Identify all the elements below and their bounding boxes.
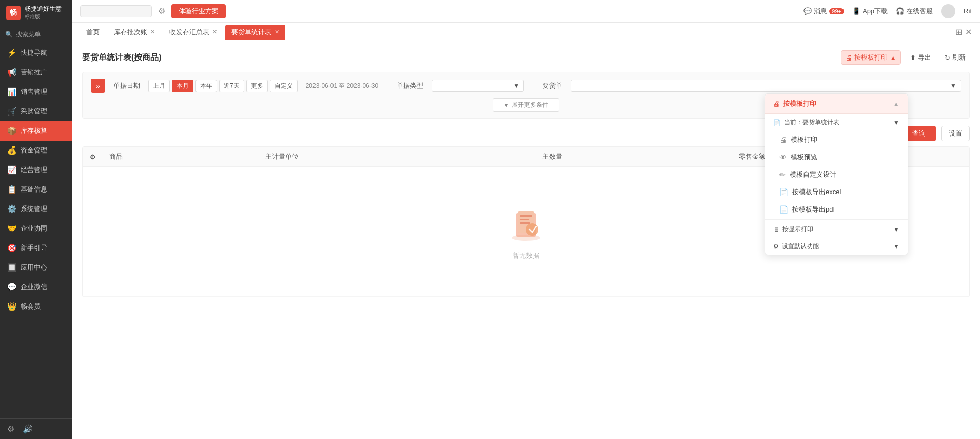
filter-order-type: ▼ (432, 80, 524, 92)
sidebar-item-purchase[interactable]: 🛒 采购管理 (0, 102, 72, 121)
page-actions: 🖨 按模板打印 ▲ ⬆ 导出 ↻ 刷新 (841, 50, 970, 65)
dropdown-item-export-pdf[interactable]: 📄 按模板导出pdf (765, 201, 908, 218)
dropdown-set-default-section[interactable]: ⚙ 设置默认功能 ▼ (765, 238, 908, 255)
svg-point-6 (526, 223, 538, 236)
dropdown-item-template-print[interactable]: 🖨 模板打印 (765, 131, 908, 148)
th-unit: 主计量单位 (259, 147, 536, 167)
member-icon: 👑 (7, 302, 16, 311)
page-header: 要货单统计表(按商品) 🖨 按模板打印 ▲ ⬆ 导出 ↻ 刷新 (82, 50, 970, 65)
sidebar-item-guide[interactable]: 🎯 新手引导 (0, 238, 72, 258)
date-btn-custom[interactable]: 自定义 (270, 80, 298, 92)
sidebar-item-member[interactable]: 👑 畅会员 (0, 297, 72, 316)
dropdown-chevron-up-icon[interactable]: ▲ (893, 100, 899, 108)
filter-row-1: » 单据日期 上月 本月 本年 近7天 更多 自定义 2023-06-01 至 … (91, 79, 961, 93)
sidebar-item-quick-nav[interactable]: ⚡ 快捷导航 (0, 43, 72, 63)
display-print-chevron-icon: ▼ (893, 226, 899, 233)
apps-icon: 🔲 (7, 263, 16, 272)
dropdown-item-export-excel[interactable]: 📄 按模板导出excel (765, 183, 908, 201)
tab-order-stats[interactable]: 要货单统计表 ✕ (225, 25, 285, 40)
sales-icon: 📊 (7, 87, 16, 97)
date-btn-7days[interactable]: 近7天 (219, 80, 244, 92)
sidebar-item-collab[interactable]: 🤝 企业协同 (0, 219, 72, 238)
tab-batch-account-close[interactable]: ✕ (150, 29, 155, 35)
sidebar-item-operation[interactable]: 📈 经营管理 (0, 160, 72, 180)
current-section-icon: 📄 (773, 119, 781, 126)
print-btn[interactable]: 🖨 按模板打印 ▲ (841, 50, 901, 65)
system-icon: ⚙️ (7, 204, 16, 214)
sidebar-nav: ⚡ 快捷导航 📢 营销推广 📊 销售管理 🛒 采购管理 📦 库存核算 💰 资金管… (0, 43, 72, 418)
speaker-bottom-icon[interactable]: 🔊 (23, 424, 33, 434)
dropdown-item-template-preview[interactable]: 👁 模板预览 (765, 148, 908, 166)
topbar-search-input[interactable] (80, 5, 152, 17)
current-section-chevron-icon: ▼ (893, 119, 899, 126)
order-type-chevron-down-icon: ▼ (513, 82, 519, 89)
expand-more-chevron-icon: ▼ (503, 102, 509, 109)
tab-collapse-icon[interactable]: ✕ (965, 27, 972, 37)
logo-icon: 畅 (6, 6, 21, 20)
th-quantity: 主数量 (536, 147, 733, 167)
sidebar-search[interactable]: 🔍 搜索菜单 (0, 26, 72, 43)
sidebar-item-basic[interactable]: 📋 基础信息 (0, 180, 72, 199)
yaohuodan-select[interactable]: ▼ (571, 80, 961, 92)
tab-home[interactable]: 首页 (80, 25, 106, 40)
avatar[interactable] (941, 4, 955, 18)
sidebar-item-finance[interactable]: 💰 资金管理 (0, 141, 72, 160)
export-icon: ⬆ (910, 54, 916, 62)
tabs-bar: 首页 库存批次账 ✕ 收发存汇总表 ✕ 要货单统计表 ✕ ⊞ ✕ (72, 23, 980, 42)
wechat-icon: 💬 (7, 282, 16, 292)
sidebar-item-inventory[interactable]: 📦 库存核算 (0, 121, 72, 141)
customer-service-btn[interactable]: 🎧 在线客服 (896, 7, 933, 16)
finance-icon: 💰 (7, 146, 16, 155)
sidebar: 畅 畅捷通好生意 标准版 🔍 搜索菜单 ⚡ 快捷导航 📢 营销推广 📊 销售管理… (0, 0, 72, 439)
tab-receivables-summary[interactable]: 收发存汇总表 ✕ (163, 25, 223, 40)
date-btn-more[interactable]: 更多 (246, 80, 268, 92)
topbar-right: 💬 消息 99+ 📱 App下载 🎧 在线客服 Rit (803, 4, 972, 18)
message-icon: 💬 (803, 7, 812, 15)
svg-rect-4 (520, 219, 529, 220)
operation-icon: 📈 (7, 165, 16, 175)
order-type-select[interactable]: ▼ (432, 80, 524, 92)
guide-icon: 🎯 (7, 243, 16, 253)
filter-expand-btn[interactable]: » (91, 79, 105, 93)
settings-btn[interactable]: 设置 (941, 126, 970, 141)
dropdown-item-template-design[interactable]: ✏ 模板自定义设计 (765, 166, 908, 183)
sidebar-item-wechat[interactable]: 💬 企业微信 (0, 277, 72, 297)
date-btn-this-year[interactable]: 本年 (195, 80, 217, 92)
th-product: 商品 (103, 147, 259, 167)
sidebar-bottom: ⚙ 🔊 (0, 418, 72, 439)
logo-sub: 标准版 (25, 13, 62, 21)
tab-batch-account[interactable]: 库存批次账 ✕ (108, 25, 161, 40)
tab-expand-icon[interactable]: ⊞ (955, 27, 962, 37)
refresh-btn[interactable]: ↻ 刷新 (940, 51, 970, 64)
template-design-icon: ✏ (779, 170, 786, 179)
sidebar-item-system[interactable]: ⚙️ 系统管理 (0, 199, 72, 219)
export-btn[interactable]: ⬆ 导出 (906, 51, 935, 64)
tabs-extra: ⊞ ✕ (955, 27, 972, 37)
dropdown-print-icon: 🖨 (773, 100, 780, 108)
trial-btn[interactable]: 体验行业方案 (171, 4, 226, 18)
export-pdf-icon: 📄 (779, 205, 788, 214)
dropdown-header: 🖨 按模板打印 ▲ (765, 94, 908, 114)
refresh-icon: ↻ (945, 54, 950, 62)
messages-btn[interactable]: 💬 消息 99+ (803, 7, 844, 16)
sidebar-item-sales[interactable]: 📊 销售管理 (0, 82, 72, 102)
tab-order-stats-close[interactable]: ✕ (275, 29, 279, 35)
date-btn-this-month[interactable]: 本月 (172, 80, 193, 92)
dropdown-current-section[interactable]: 📄 当前：要货单统计表 ▼ (765, 114, 908, 131)
table-settings-icon[interactable]: ⚙ (90, 153, 96, 161)
topbar-gear-icon[interactable]: ⚙ (158, 6, 165, 16)
th-settings[interactable]: ⚙ (83, 147, 103, 167)
download-icon: 📱 (852, 7, 860, 15)
svg-rect-5 (520, 222, 530, 224)
dropdown-display-print-section[interactable]: 🖥 按显示打印 ▼ (765, 221, 908, 238)
date-btn-last-month[interactable]: 上月 (148, 80, 170, 92)
app-download-btn[interactable]: 📱 App下载 (852, 7, 888, 16)
expand-more-btn[interactable]: ▼ 展开更多条件 (493, 98, 559, 112)
settings-bottom-icon[interactable]: ⚙ (7, 424, 14, 434)
filter-date-group: 上月 本月 本年 近7天 更多 自定义 (148, 80, 298, 92)
svg-rect-3 (520, 215, 532, 217)
sidebar-item-apps[interactable]: 🔲 应用中心 (0, 258, 72, 277)
sidebar-item-marketing[interactable]: 📢 营销推广 (0, 63, 72, 82)
tab-receivables-close[interactable]: ✕ (212, 29, 217, 35)
set-default-chevron-icon: ▼ (893, 243, 899, 250)
